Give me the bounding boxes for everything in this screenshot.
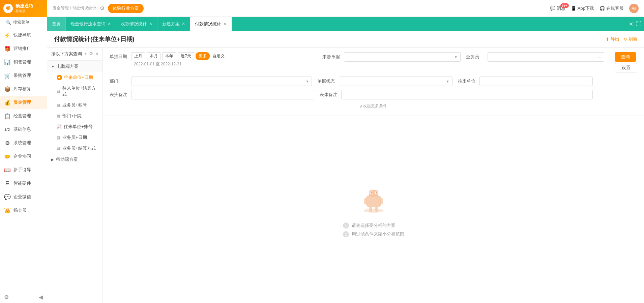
tab-payment-close[interactable]: ✕ (223, 22, 227, 26)
main-area: 资金管理 / 付款情况统计 ⚙ 体验行业方案 💬 消息 99+ 📱 App下载 … (47, 0, 644, 303)
sidebar-header: 畅 畅捷通巧 标准版 (0, 0, 47, 17)
scheme-collapse-icon[interactable]: « (95, 51, 98, 57)
source-select[interactable]: ▼ (344, 52, 461, 62)
bottom-collapse-icon[interactable]: ◀ (39, 294, 43, 300)
sidebar-item-hardware[interactable]: 🖥 智能硬件 (0, 177, 47, 190)
sidebar-nav: ⚡ 快捷导航 🎁 营销推广 📊 销售管理 🛒 采购管理 📦 库存核算 💰 资金管… (0, 28, 47, 291)
scheme-item-staff-date[interactable]: ▦ 业务员+日期 (47, 132, 103, 143)
svg-point-6 (371, 192, 372, 193)
sidebar-item-basicinfo[interactable]: 🗂 基础信息 (0, 123, 47, 136)
sidebar-item-vip[interactable]: 👑 畅会员 (0, 204, 47, 217)
tab-new-plan-close[interactable]: ✕ (182, 22, 185, 26)
online-service-button[interactable]: 🎧 在线客服 (599, 5, 624, 11)
tab-bank[interactable]: 现金银行流水查询 ✕ (66, 17, 116, 31)
message-button[interactable]: 💬 消息 99+ (550, 5, 565, 11)
body-note-input[interactable] (341, 90, 593, 99)
header-right: 💬 消息 99+ 📱 App下载 🎧 在线客服 Rit (550, 4, 639, 13)
scheme-settings-icon[interactable]: ⚙ (89, 51, 93, 57)
trial-button[interactable]: 体验行业方案 (108, 4, 144, 13)
sidebar-item-enterprise[interactable]: 🤝 企业协同 (0, 150, 47, 163)
scheme-item-staff-settle[interactable]: ▦ 业务员+结算方式 (47, 143, 103, 154)
sidebar-item-operation[interactable]: 📋 经营管理 (0, 109, 47, 123)
sidebar-item-purchase[interactable]: 🛒 采购管理 (0, 69, 47, 82)
refresh-button[interactable]: ↻ 刷新 (623, 36, 637, 42)
header-settings-icon[interactable]: ⚙ (100, 5, 105, 11)
page-title-bar: 付款情况统计(往来单位+日期) ⬆ 导出 ↻ 刷新 (47, 31, 644, 48)
search-menu[interactable]: 🔍 搜索菜单 (0, 17, 47, 28)
tab-receipt[interactable]: 收款情况统计 ✕ (116, 17, 157, 31)
date-btn-more[interactable]: 更多 (196, 52, 210, 60)
empty-state: 1 请先选择要分析的方案 2 用过滤条件来缩小分析范围 (103, 116, 644, 303)
logo-text: 畅捷通巧 标准版 (16, 3, 33, 13)
bottom-settings-icon[interactable]: ⚙ (4, 294, 9, 300)
date-btn-this-year[interactable]: 本年 (162, 52, 176, 60)
svg-point-7 (376, 192, 377, 193)
sidebar-item-sales[interactable]: 📊 销售管理 (0, 55, 47, 69)
scheme-item-unit-date[interactable]: 往来单位+日期 (47, 72, 103, 83)
scheme-item-dept-date[interactable]: ▦ 部门+日期 (47, 111, 103, 121)
logo-icon: 畅 (3, 4, 13, 13)
tab-bank-close[interactable]: ✕ (108, 22, 111, 26)
tab-receipt-close[interactable]: ✕ (149, 22, 152, 26)
tabs-right: ✕ ⛶ (629, 17, 644, 31)
sidebar-item-system[interactable]: ⚙ 系统管理 (0, 136, 47, 150)
scheme-item-icon-5: ▦ (57, 135, 60, 140)
sidebar-item-guide[interactable]: 📖 新手引导 (0, 163, 47, 177)
unit-input[interactable]: ··· (479, 77, 593, 86)
sidebar-item-quick-nav[interactable]: ⚡ 快捷导航 (0, 28, 47, 42)
sidebar-item-capital[interactable]: 💰 资金管理 (0, 96, 47, 109)
mobile-group-arrow: ▶ (51, 158, 54, 161)
scheme-item-icon-3: ▦ (57, 114, 60, 118)
doc-status-label: 单据状态 (317, 78, 336, 84)
staff-label: 业务员 (466, 54, 485, 60)
date-btn-7days[interactable]: 近7天 (178, 52, 194, 60)
tab-payment[interactable]: 付款情况统计 ✕ (190, 17, 232, 31)
doc-status-select[interactable]: ▼ (339, 77, 452, 86)
settings-button[interactable]: 设置 (615, 63, 637, 72)
export-button[interactable]: ⬆ 导出 (606, 36, 619, 42)
tip-num-1: 1 (343, 222, 349, 229)
page-title: 付款情况统计(往来单位+日期) (54, 35, 135, 43)
sidebar-item-inventory[interactable]: 📦 库存核算 (0, 82, 47, 96)
filter-form: 单据日期 上月 本月 本年 近7天 更多 自定义 20 (103, 48, 644, 116)
message-icon: 💬 (550, 6, 555, 11)
date-btn-this-month[interactable]: 本月 (147, 52, 161, 60)
tabs-bar: 首页 现金银行流水查询 ✕ 收款情况统计 ✕ 新建方案 ✕ 付款情况统计 ✕ ✕… (47, 17, 644, 31)
source-label: 来源单据 (322, 54, 341, 60)
scheme-header-icons: + ⚙ « (84, 51, 98, 57)
query-button[interactable]: 查询 (615, 52, 636, 62)
scheme-item-unit-account[interactable]: 📈 往来单位+账号 (47, 121, 103, 132)
scheme-item-unit-settle[interactable]: ▦ 往来单位+结算方式 (47, 83, 103, 100)
dept-select[interactable]: ▼ (131, 77, 312, 86)
purchase-icon: 🛒 (4, 72, 11, 79)
date-custom-label[interactable]: 自定义 (212, 53, 225, 59)
tab-home[interactable]: 首页 (47, 17, 66, 31)
service-icon: 🎧 (599, 6, 605, 11)
tab-close-all-icon[interactable]: ✕ (629, 21, 633, 27)
dept-label: 部门 (110, 78, 128, 84)
sidebar-item-marketing[interactable]: 🎁 营销推广 (0, 42, 47, 55)
inventory-icon: 📦 (4, 86, 11, 92)
staff-input[interactable]: ··· (488, 52, 604, 62)
scheme-mobile-title[interactable]: ▶ 移动端方案 (51, 156, 98, 162)
dept-select-arrow: ▼ (306, 80, 309, 83)
scheme-sidebar-title: 按以下方案查询 (51, 51, 82, 57)
svg-rect-8 (364, 198, 367, 204)
scheme-add-icon[interactable]: + (84, 51, 87, 57)
header-note-label: 表头备注 (110, 92, 128, 98)
scheme-item-staff-account[interactable]: ▦ 业务员+账号 (47, 100, 103, 111)
tab-fullscreen-icon[interactable]: ⛶ (636, 21, 641, 27)
date-btn-last-month[interactable]: 上月 (131, 52, 145, 60)
app-download-button[interactable]: 📱 App下载 (571, 5, 594, 11)
avatar[interactable]: Rit (629, 4, 639, 13)
basicinfo-icon: 🗂 (4, 126, 11, 133)
scheme-item-icon-6: ▦ (57, 146, 60, 151)
tab-new-plan[interactable]: 新建方案 ✕ (157, 17, 190, 31)
tip-num-2: 2 (343, 231, 349, 237)
date-label: 单据日期 (110, 52, 128, 60)
scheme-desktop-group-title[interactable]: ▼ 电脑端方案 (47, 61, 103, 72)
empty-illustration (357, 182, 390, 216)
header-note-input[interactable] (131, 90, 314, 99)
sidebar-item-wechat[interactable]: 💬 企业微信 (0, 190, 47, 204)
collapse-button[interactable]: ∧ 收起更多条件 (110, 101, 637, 111)
